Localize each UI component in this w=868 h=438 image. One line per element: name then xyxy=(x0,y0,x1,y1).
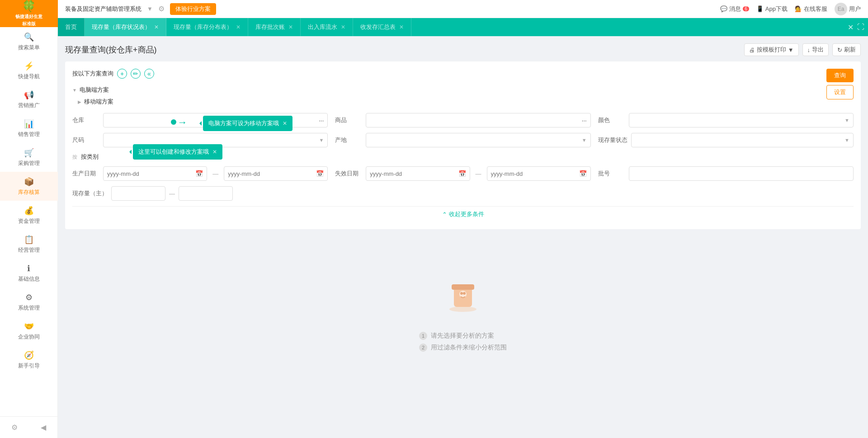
print-dropdown-icon: ▼ xyxy=(788,47,794,53)
sidebar-item-basic[interactable]: ℹ 基础信息 xyxy=(0,259,58,287)
add-scheme-btn[interactable]: + xyxy=(117,69,127,79)
expire-date-start-input[interactable] xyxy=(370,170,456,177)
tab-home[interactable]: 首页 xyxy=(58,18,85,36)
origin-select[interactable]: ▼ xyxy=(366,133,590,147)
sidebar-item-quicknav[interactable]: ⚡ 快捷导航 xyxy=(0,56,58,85)
filter-field-batch: 批号 xyxy=(598,166,854,181)
stock-qty-min-input[interactable] xyxy=(111,186,165,201)
filter-row-1: 仓库 ··· 商品 ··· 颜色 ▼ xyxy=(72,113,854,127)
tab-close-icon[interactable]: ✕ xyxy=(341,24,345,30)
industry-btn[interactable]: 体验行业方案 xyxy=(170,3,216,15)
empty-tips: 1 请先选择要分析的方案 2 用过滤条件来缩小分析范围 xyxy=(419,332,507,352)
scheme-item-desktop[interactable]: ▼ 电脑端方案 xyxy=(72,84,854,96)
tab-summary[interactable]: 收发存汇总表 ✕ xyxy=(353,18,411,36)
tab-close-icon[interactable]: ✕ xyxy=(399,24,404,30)
batch-input[interactable] xyxy=(629,166,854,181)
prod-date-end[interactable]: 📅 xyxy=(224,166,328,181)
svg-rect-2 xyxy=(452,284,474,290)
app-download-label: App下载 xyxy=(765,5,788,13)
calendar-icon: 📅 xyxy=(195,170,203,177)
logo-subtext: 标准版 xyxy=(22,21,36,27)
filter-label: 按以下方案查询 xyxy=(72,70,113,78)
stock-qty-label: 现存量（主） xyxy=(72,189,108,198)
sidebar-item-sales[interactable]: 📊 销售管理 xyxy=(0,114,58,143)
date-separator: — xyxy=(474,170,483,177)
collapse-bar[interactable]: ⌃ 收起更多条件 xyxy=(72,206,854,222)
tab-close-all-icon[interactable]: ✕ xyxy=(848,23,854,32)
prod-date-label: 生产日期 xyxy=(72,170,99,178)
sidebar-item-purchase[interactable]: 🛒 采购管理 xyxy=(0,143,58,172)
print-btn[interactable]: 🖨 按模板打印 ▼ xyxy=(744,43,799,56)
tab-close-icon[interactable]: ✕ xyxy=(236,24,241,30)
sidebar-settings-icon[interactable]: ⚙ xyxy=(11,423,18,432)
tab-inventory-status[interactable]: 现存量（库存状况表） ✕ xyxy=(85,18,166,36)
stock-qty-max-input[interactable] xyxy=(179,186,233,201)
sidebar-item-operation[interactable]: 📋 经营管理 xyxy=(0,230,58,259)
empty-state: 1 请先选择要分析的方案 2 用过滤条件来缩小分析范围 xyxy=(65,235,861,388)
header-left: 装备及固定资产辅助管理系统 ▼ ⚙ 体验行业方案 xyxy=(65,3,216,15)
goods-select[interactable]: ··· xyxy=(366,113,590,127)
tab-flow[interactable]: 出入库流水 ✕ xyxy=(301,18,353,36)
sidebar-bottom: ⚙ ◀ xyxy=(0,416,58,438)
export-btn[interactable]: ↓ 导出 xyxy=(802,43,829,56)
mobile-icon: 📱 xyxy=(756,5,764,12)
avatar-placeholder: Ea xyxy=(838,6,844,12)
edit-scheme-btn[interactable]: ✏ xyxy=(131,69,141,79)
sidebar-item-search[interactable]: 🔍 搜索菜单 xyxy=(0,27,58,56)
app-download-btn[interactable]: 📱 App下载 xyxy=(756,5,788,13)
tab-label: 现存量（库存状况表） xyxy=(92,23,151,31)
basic-icon: ℹ xyxy=(27,264,30,273)
marketing-icon: 📢 xyxy=(24,90,34,100)
prod-date-end-input[interactable] xyxy=(228,170,314,177)
batch-label: 批号 xyxy=(598,170,625,178)
expire-date-start[interactable]: 📅 xyxy=(366,166,470,181)
edit-tooltip-close-btn[interactable]: ✕ xyxy=(212,149,217,155)
calendar-icon: 📅 xyxy=(579,170,587,177)
avatar: Ea xyxy=(835,3,847,15)
sidebar-item-collab[interactable]: 🤝 企业协同 xyxy=(0,316,58,345)
sidebar-item-finance[interactable]: 💰 资金管理 xyxy=(0,201,58,230)
online-service-btn[interactable]: 💁 在线客服 xyxy=(795,5,827,13)
tab-close-icon[interactable]: ✕ xyxy=(288,24,293,30)
user-btn[interactable]: Ea 用户 xyxy=(835,3,861,15)
calendar-icon: 📅 xyxy=(458,170,466,177)
expire-date-end[interactable]: 📅 xyxy=(487,166,591,181)
scheme-tooltip-close-btn[interactable]: ✕ xyxy=(283,120,287,127)
filter-field-goods: 商品 ··· xyxy=(335,113,590,127)
color-select[interactable]: ▼ xyxy=(629,113,854,127)
quicknav-icon: ⚡ xyxy=(24,61,34,71)
expire-date-end-input[interactable] xyxy=(491,170,577,177)
pointer-arrow-icon: ← xyxy=(177,117,187,128)
sys-dropdown-icon[interactable]: ▼ xyxy=(147,5,153,12)
export-icon: ↓ xyxy=(807,47,811,53)
sidebar-item-marketing[interactable]: 📢 营销推广 xyxy=(0,85,58,114)
main-content: 现存量查询(按仓库+商品) 🖨 按模板打印 ▼ ↓ 导出 ↻ 刷新 按以下方案查… xyxy=(58,36,868,438)
filter-panel: 按以下方案查询 + ✏ « ▼ 电脑端方案 ▶ 移动端方案 仓库 xyxy=(65,61,861,229)
refresh-btn[interactable]: ↻ 刷新 xyxy=(832,43,861,56)
scheme-arrow-icon: ▼ xyxy=(72,88,77,93)
tab-batch[interactable]: 库存批次账 ✕ xyxy=(248,18,301,36)
svg-point-4 xyxy=(460,292,463,295)
tab-maximize-icon[interactable]: ⛶ xyxy=(857,23,864,31)
message-btn[interactable]: 💬 消息 6 xyxy=(720,5,749,13)
sidebar-collapse-icon[interactable]: ◀ xyxy=(41,423,46,432)
tab-inventory-dist[interactable]: 现存量（库存分布表） ✕ xyxy=(166,18,248,36)
message-badge: 6 xyxy=(743,6,749,11)
sidebar-item-inventory[interactable]: 📦 库存核算 xyxy=(0,172,58,201)
expire-date-label: 失效日期 xyxy=(335,170,362,178)
filter-field-prod-date: 生产日期 📅 — 📅 xyxy=(72,166,328,181)
prod-date-start[interactable]: 📅 xyxy=(103,166,207,181)
back-scheme-btn[interactable]: « xyxy=(144,69,154,79)
sidebar-item-system[interactable]: ⚙ 系统管理 xyxy=(0,287,58,316)
search-btn[interactable]: 查询 xyxy=(826,69,854,82)
inventory-icon: 📦 xyxy=(24,177,34,187)
prod-date-start-input[interactable] xyxy=(107,170,193,177)
scheme-item-mobile[interactable]: ▶ 移动端方案 xyxy=(78,96,854,108)
stock-status-select[interactable]: ▼ xyxy=(631,133,854,147)
tab-close-icon[interactable]: ✕ xyxy=(154,24,159,30)
header-gear-icon[interactable]: ⚙ xyxy=(158,5,165,13)
empty-illustration xyxy=(440,271,486,325)
sidebar-item-guide[interactable]: 🧭 新手引导 xyxy=(0,345,58,374)
settings-btn[interactable]: 设置 xyxy=(826,85,854,99)
operation-icon: 📋 xyxy=(24,235,34,245)
